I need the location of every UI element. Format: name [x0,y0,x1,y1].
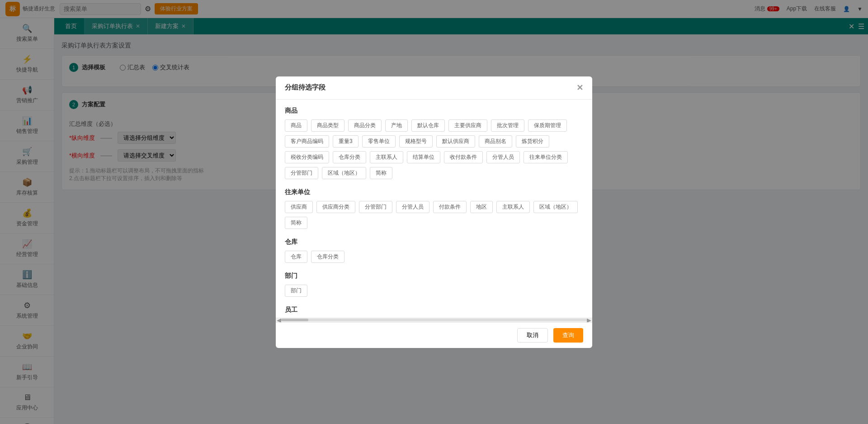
field-tag[interactable]: 产地 [385,119,408,132]
hscroll-thumb[interactable] [281,319,308,321]
field-group-商品: 商品商品商品类型商品分类产地默认仓库主要供应商批次管理保质期管理客户商品编码重量… [285,107,583,179]
field-group-title-部门: 部门 [285,272,583,280]
field-tag[interactable]: 默认供应商 [436,135,475,148]
field-tag[interactable]: 客户商品编码 [285,135,329,148]
field-tag[interactable]: 供应商分类 [316,201,355,213]
field-tag[interactable]: 付款条件 [433,201,467,213]
field-tag[interactable]: 批次管理 [491,119,524,132]
modal-overlay: 分组待选字段 ✕ 商品商品商品类型商品分类产地默认仓库主要供应商批次管理保质期管… [0,0,868,424]
hscroll-track [281,319,587,321]
field-tag[interactable]: 重量3 [333,135,359,148]
cancel-button[interactable]: 取消 [517,328,548,343]
modal-title: 分组待选字段 [285,83,326,92]
field-tags-商品: 商品商品类型商品分类产地默认仓库主要供应商批次管理保质期管理客户商品编码重量3零… [285,119,583,179]
field-tag[interactable]: 分管部门 [285,167,318,179]
field-tag[interactable]: 仓库 [285,251,307,263]
field-tag[interactable]: 区域（地区） [322,167,366,179]
field-tag[interactable]: 零售单位 [362,135,396,148]
modal-horizontal-scrollbar[interactable]: ◀ ▶ [276,318,592,322]
field-tag[interactable]: 商品别名 [479,135,512,148]
field-tags-往来单位: 供应商供应商分类分管部门分管人员付款条件地区主联系人区域（地区）简称 [285,201,583,229]
modal-close-button[interactable]: ✕ [576,83,583,93]
field-tag[interactable]: 主要供应商 [448,119,487,132]
field-tag[interactable]: 地区 [470,201,493,213]
modal-header: 分组待选字段 ✕ [276,76,592,100]
field-tag[interactable]: 部门 [285,285,307,297]
field-group-title-商品: 商品 [285,107,583,115]
field-group-title-仓库: 仓库 [285,238,583,246]
field-tags-部门: 部门 [285,285,583,297]
field-tag[interactable]: 保质期管理 [528,119,567,132]
field-group-title-员工: 员工 [285,306,583,314]
field-tag[interactable]: 分管部门 [359,201,392,213]
field-tags-仓库: 仓库仓库分类 [285,251,583,263]
field-tag[interactable]: 仓库分类 [311,251,344,263]
field-tag[interactable]: 分管人员 [396,201,429,213]
field-tag[interactable]: 默认仓库 [411,119,445,132]
modal-footer: 取消 查询 [276,322,592,348]
field-tag[interactable]: 税收分类编码 [285,151,329,163]
field-group-仓库: 仓库仓库仓库分类 [285,238,583,263]
field-tag[interactable]: 往来单位分类 [524,151,568,163]
field-tag[interactable]: 商品类型 [311,119,344,132]
field-tag[interactable]: 仓库分类 [333,151,366,163]
modal-body: 商品商品商品类型商品分类产地默认仓库主要供应商批次管理保质期管理客户商品编码重量… [276,100,592,318]
field-tag[interactable]: 主联系人 [370,151,403,163]
field-group-员工: 员工业务员 [285,306,583,318]
field-group-往来单位: 往来单位供应商供应商分类分管部门分管人员付款条件地区主联系人区域（地区）简称 [285,188,583,229]
field-tag[interactable]: 区域（地区） [533,201,578,213]
field-tag[interactable]: 简称 [285,217,307,229]
field-tag[interactable]: 商品 [285,119,307,132]
modal-dialog: 分组待选字段 ✕ 商品商品商品类型商品分类产地默认仓库主要供应商批次管理保质期管… [276,76,592,348]
field-tag[interactable]: 收付款条件 [444,151,483,163]
field-tag[interactable]: 结算单位 [407,151,440,163]
field-tag[interactable]: 简称 [370,167,392,179]
field-group-title-往来单位: 往来单位 [285,188,583,196]
field-tag[interactable]: 炼货积分 [516,135,549,148]
field-group-部门: 部门部门 [285,272,583,297]
field-tag[interactable]: 商品分类 [348,119,382,132]
field-tag[interactable]: 主联系人 [496,201,530,213]
field-tag[interactable]: 规格型号 [399,135,433,148]
field-tag[interactable]: 分管人员 [486,151,520,163]
field-tag[interactable]: 供应商 [285,201,313,213]
confirm-button[interactable]: 查询 [553,328,583,343]
